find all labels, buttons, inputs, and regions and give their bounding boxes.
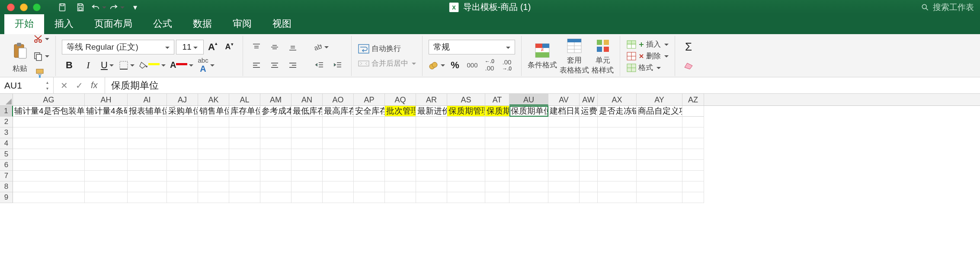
align-center-button[interactable] bbox=[267, 58, 282, 73]
cell-AW8[interactable] bbox=[580, 181, 598, 192]
cell-AX3[interactable] bbox=[598, 127, 637, 138]
cut-button[interactable] bbox=[33, 32, 49, 46]
cell-AT9[interactable] bbox=[485, 192, 509, 203]
cell-AI8[interactable] bbox=[128, 181, 167, 192]
merge-center-button[interactable]: 合并后居中 bbox=[358, 58, 416, 69]
tab-page-layout[interactable]: 页面布局 bbox=[84, 13, 143, 34]
row-header-9[interactable]: 9 bbox=[0, 192, 13, 203]
decrease-decimal-button[interactable]: .00→.0 bbox=[500, 58, 514, 73]
formula-input[interactable]: 保质期单位 bbox=[105, 77, 980, 93]
cell-AS6[interactable] bbox=[447, 160, 485, 171]
cell-AY1[interactable]: 商品自定义项 bbox=[637, 106, 682, 117]
cell-AM8[interactable] bbox=[260, 181, 291, 192]
cell-AR2[interactable] bbox=[416, 117, 447, 127]
cell-styles-button[interactable]: 单元 格样式 bbox=[592, 37, 614, 75]
cell-AQ7[interactable] bbox=[385, 171, 416, 181]
cell-AO8[interactable] bbox=[323, 181, 354, 192]
cell-AL7[interactable] bbox=[229, 171, 260, 181]
col-header-AW[interactable]: AW bbox=[580, 94, 598, 105]
col-header-AT[interactable]: AT bbox=[485, 94, 509, 105]
close-window-icon[interactable] bbox=[7, 3, 15, 11]
cell-AQ4[interactable] bbox=[385, 138, 416, 149]
cell-AT5[interactable] bbox=[485, 149, 509, 160]
cell-AU8[interactable] bbox=[509, 181, 548, 192]
percent-button[interactable]: % bbox=[448, 58, 462, 73]
tab-formulas[interactable]: 公式 bbox=[143, 13, 183, 34]
cell-AW3[interactable] bbox=[580, 127, 598, 138]
row-header-4[interactable]: 4 bbox=[0, 138, 13, 149]
cell-AO1[interactable]: 最高库存 bbox=[323, 106, 354, 117]
cell-AI4[interactable] bbox=[128, 138, 167, 149]
cell-AS4[interactable] bbox=[447, 138, 485, 149]
cell-AO2[interactable] bbox=[323, 117, 354, 127]
cell-AS2[interactable] bbox=[447, 117, 485, 127]
col-header-AR[interactable]: AR bbox=[416, 94, 447, 105]
cell-AS7[interactable] bbox=[447, 171, 485, 181]
col-header-AY[interactable]: AY bbox=[637, 94, 682, 105]
col-header-AK[interactable]: AK bbox=[198, 94, 229, 105]
col-header-AG[interactable]: AG bbox=[13, 94, 85, 105]
cell-AV8[interactable] bbox=[548, 181, 580, 192]
cell-AO5[interactable] bbox=[323, 149, 354, 160]
cell-AT3[interactable] bbox=[485, 127, 509, 138]
underline-button[interactable]: U bbox=[100, 58, 115, 73]
cell-AG6[interactable] bbox=[13, 160, 85, 171]
row-header-2[interactable]: 2 bbox=[0, 117, 13, 127]
font-color-button[interactable]: A bbox=[170, 58, 193, 73]
cell-AY2[interactable] bbox=[637, 117, 682, 127]
cell-AQ9[interactable] bbox=[385, 192, 416, 203]
cell-AV5[interactable] bbox=[548, 149, 580, 160]
clear-button[interactable] bbox=[681, 58, 696, 73]
col-header-AV[interactable]: AV bbox=[548, 94, 580, 105]
col-header-AZ[interactable]: AZ bbox=[682, 94, 704, 105]
cell-AR9[interactable] bbox=[416, 192, 447, 203]
col-header-AS[interactable]: AS bbox=[447, 94, 485, 105]
increase-decimal-button[interactable]: ←.0.00 bbox=[482, 58, 497, 73]
cell-AZ4[interactable] bbox=[682, 138, 704, 149]
cell-AK1[interactable]: 销售单位 bbox=[198, 106, 229, 117]
cell-AR4[interactable] bbox=[416, 138, 447, 149]
align-left-button[interactable] bbox=[249, 58, 264, 73]
cell-AO4[interactable] bbox=[323, 138, 354, 149]
cell-AW2[interactable] bbox=[580, 117, 598, 127]
cell-AP9[interactable] bbox=[354, 192, 385, 203]
save-icon[interactable] bbox=[72, 1, 89, 13]
cell-AQ6[interactable] bbox=[385, 160, 416, 171]
cell-AN7[interactable] bbox=[291, 171, 323, 181]
cancel-formula-icon[interactable]: ✕ bbox=[61, 80, 68, 91]
cell-AS3[interactable] bbox=[447, 127, 485, 138]
autosave-icon[interactable] bbox=[54, 1, 71, 13]
format-cells-button[interactable]: 格式 bbox=[626, 63, 661, 73]
cell-AO9[interactable] bbox=[323, 192, 354, 203]
cell-AH6[interactable] bbox=[85, 160, 128, 171]
cell-AG4[interactable] bbox=[13, 138, 85, 149]
cell-AL1[interactable]: 库存单位 bbox=[229, 106, 260, 117]
cell-AN3[interactable] bbox=[291, 127, 323, 138]
tab-insert[interactable]: 插入 bbox=[44, 13, 84, 34]
cell-AY5[interactable] bbox=[637, 149, 682, 160]
conditional-format-button[interactable]: ≠ 条件格式 bbox=[528, 42, 557, 70]
tab-review[interactable]: 审阅 bbox=[222, 13, 262, 34]
cell-AM2[interactable] bbox=[260, 117, 291, 127]
cell-AU7[interactable] bbox=[509, 171, 548, 181]
cell-AQ2[interactable] bbox=[385, 117, 416, 127]
cell-AL9[interactable] bbox=[229, 192, 260, 203]
cell-AM6[interactable] bbox=[260, 160, 291, 171]
col-header-AI[interactable]: AI bbox=[128, 94, 167, 105]
align-right-button[interactable] bbox=[285, 58, 300, 73]
cell-AZ7[interactable] bbox=[682, 171, 704, 181]
delete-cells-button[interactable]: 删除 bbox=[626, 51, 669, 61]
cell-AP7[interactable] bbox=[354, 171, 385, 181]
cell-AH2[interactable] bbox=[85, 117, 128, 127]
cell-AP4[interactable] bbox=[354, 138, 385, 149]
cell-AX7[interactable] bbox=[598, 171, 637, 181]
cell-AY6[interactable] bbox=[637, 160, 682, 171]
cell-AN9[interactable] bbox=[291, 192, 323, 203]
cell-AZ1[interactable] bbox=[682, 106, 704, 117]
cell-AR3[interactable] bbox=[416, 127, 447, 138]
cell-AK6[interactable] bbox=[198, 160, 229, 171]
customize-qat-icon[interactable]: ▾ bbox=[126, 1, 144, 13]
cell-AU4[interactable] bbox=[509, 138, 548, 149]
cell-AJ1[interactable]: 采购单位 bbox=[167, 106, 198, 117]
col-header-AJ[interactable]: AJ bbox=[167, 94, 198, 105]
